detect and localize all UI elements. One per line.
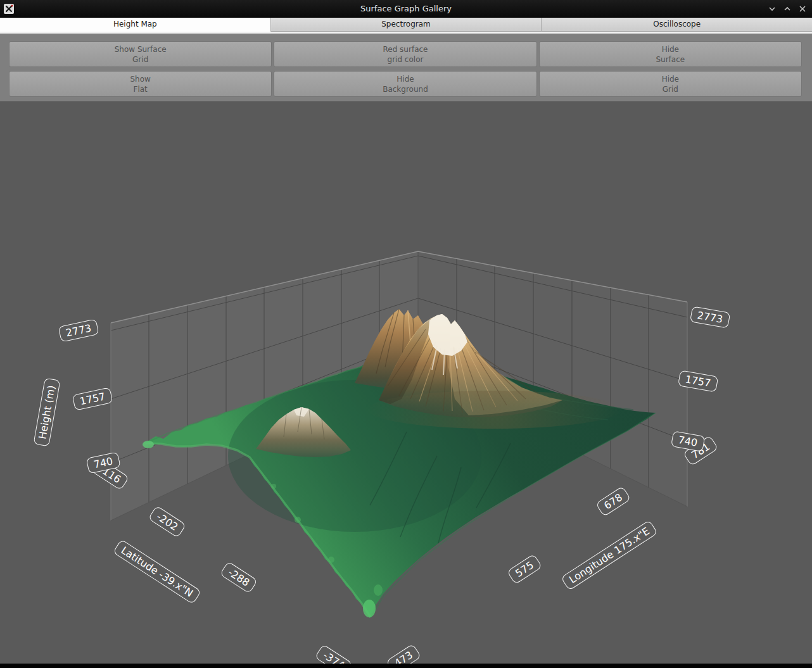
button-label-line2: Surface — [540, 54, 801, 65]
button-label-line1: Hide — [540, 74, 801, 84]
hide-background-button[interactable]: Hide Background — [274, 71, 536, 97]
chevron-up-icon — [782, 3, 793, 15]
minimize-button[interactable] — [766, 3, 778, 15]
button-label-line1: Show — [10, 74, 271, 84]
button-label-line1: Show Surface — [10, 44, 271, 54]
window-title: Surface Graph Gallery — [0, 0, 812, 18]
close-button[interactable] — [797, 3, 808, 15]
window-controls — [766, 3, 808, 15]
cone-foot-blend — [367, 391, 621, 429]
button-label-line1: Hide — [540, 44, 801, 54]
tab-bar: Height Map Spectrogram Oscilloscope — [0, 18, 812, 32]
maximize-button[interactable] — [782, 3, 793, 15]
hide-grid-button[interactable]: Hide Grid — [539, 71, 802, 97]
button-label-line1: Red surface — [274, 44, 536, 54]
button-label-line2: Grid — [10, 54, 271, 65]
red-surface-grid-color-button[interactable]: Red surface grid color — [274, 41, 536, 67]
hide-surface-button[interactable]: Hide Surface — [539, 41, 802, 67]
tab-height-map[interactable]: Height Map — [0, 18, 271, 32]
chevron-down-icon — [766, 3, 778, 15]
plot-3d-view[interactable]: -116 2773 1757 740 781 2773 1757 740 -20… — [0, 101, 812, 668]
control-panel: Show Surface Grid Red surface grid color… — [0, 34, 812, 101]
bottom-bar — [0, 664, 812, 668]
button-label-line2: grid color — [274, 54, 536, 65]
show-surface-grid-button[interactable]: Show Surface Grid — [9, 41, 272, 67]
show-flat-button[interactable]: Show Flat — [9, 71, 272, 97]
tab-spectrogram[interactable]: Spectrogram — [271, 18, 542, 32]
app-window: Surface Graph Gallery Height Map Spectro… — [0, 0, 812, 668]
button-label-line2: Background — [274, 84, 536, 94]
title-bar: Surface Graph Gallery — [0, 0, 812, 18]
tab-oscilloscope[interactable]: Oscilloscope — [542, 18, 812, 32]
close-icon — [797, 3, 808, 15]
button-label-line1: Hide — [274, 74, 536, 84]
button-label-line2: Grid — [540, 84, 801, 94]
button-label-line2: Flat — [10, 84, 271, 94]
